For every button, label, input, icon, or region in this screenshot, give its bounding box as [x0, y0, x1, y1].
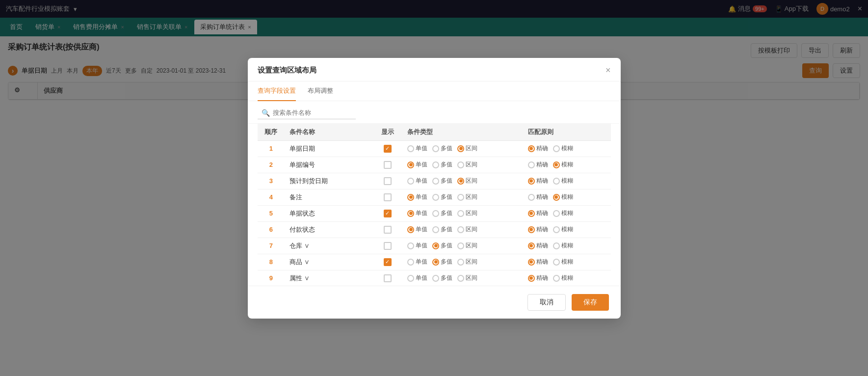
- row-display-cell: [372, 205, 402, 221]
- display-checkbox[interactable]: [384, 193, 392, 201]
- radio-label: 精确: [536, 177, 548, 185]
- type-radio-type_multi[interactable]: 多值: [432, 161, 452, 169]
- match-radio-match_fuzzy[interactable]: 模糊: [553, 242, 573, 250]
- table-row: 1单据日期单值多值区间精确模糊: [258, 140, 611, 157]
- type-radio-type_range[interactable]: 区间: [457, 274, 477, 282]
- display-checkbox[interactable]: [384, 274, 392, 282]
- type-radio-type_range[interactable]: 区间: [457, 177, 477, 185]
- match-radio-match_fuzzy[interactable]: 模糊: [553, 209, 573, 217]
- row-type-cell: 单值多值区间: [402, 221, 523, 238]
- radio-circle: [528, 242, 535, 249]
- type-radio-type_range[interactable]: 区间: [457, 209, 477, 217]
- type-radio-type_single[interactable]: 单值: [407, 242, 427, 250]
- display-checkbox[interactable]: [384, 258, 392, 266]
- type-radio-type_range[interactable]: 区间: [457, 225, 477, 234]
- dialog-close-button[interactable]: ×: [605, 66, 611, 75]
- settings-dialog: 设置查询区域布局 × 查询字段设置 布局调整 🔍 顺序: [248, 58, 621, 319]
- type-radio-type_multi[interactable]: 多值: [432, 242, 452, 250]
- type-radio-type_range[interactable]: 区间: [457, 144, 477, 153]
- type-radio-type_multi[interactable]: 多值: [432, 225, 452, 234]
- match-radio-match_fuzzy[interactable]: 模糊: [553, 177, 573, 185]
- type-radio-type_single[interactable]: 单值: [407, 193, 427, 201]
- type-radio-type_range[interactable]: 区间: [457, 242, 477, 250]
- radio-circle: [457, 259, 464, 266]
- display-checkbox[interactable]: [384, 242, 392, 250]
- dialog-tabs: 查询字段设置 布局调整: [248, 81, 621, 101]
- row-display-cell: [372, 140, 402, 157]
- row-name: 商品 ∨: [285, 254, 372, 270]
- match-radio-match_exact[interactable]: 精确: [528, 177, 548, 185]
- row-type-cell: 单值多值区间: [402, 205, 523, 221]
- radio-label: 模糊: [561, 209, 573, 217]
- table-row: 4备注单值多值区间精确模糊: [258, 189, 611, 205]
- type-radio-type_single[interactable]: 单值: [407, 209, 427, 217]
- display-checkbox[interactable]: [384, 177, 392, 185]
- display-checkbox[interactable]: [384, 145, 392, 153]
- radio-circle: [407, 275, 414, 282]
- row-order: 8: [258, 254, 285, 270]
- tab-query-fields[interactable]: 查询字段设置: [258, 81, 296, 101]
- match-radio-match_exact[interactable]: 精确: [528, 274, 548, 282]
- match-radio-match_exact[interactable]: 精确: [528, 258, 548, 266]
- row-name: 备注: [285, 189, 372, 205]
- tab-layout-adjust[interactable]: 布局调整: [308, 81, 333, 101]
- display-checkbox[interactable]: [384, 210, 392, 217]
- row-name: 单据状态: [285, 205, 372, 221]
- radio-circle: [432, 178, 439, 185]
- row-order: 7: [258, 238, 285, 254]
- match-radio-match_exact[interactable]: 精确: [528, 144, 548, 153]
- match-radio-match_exact[interactable]: 精确: [528, 209, 548, 217]
- radio-label: 区间: [466, 161, 477, 169]
- radio-circle: [553, 194, 560, 201]
- type-radio-type_range[interactable]: 区间: [457, 193, 477, 201]
- type-radio-type_single[interactable]: 单值: [407, 225, 427, 234]
- match-radio-match_exact[interactable]: 精确: [528, 161, 548, 169]
- radio-circle: [432, 242, 439, 249]
- display-checkbox[interactable]: [384, 161, 392, 169]
- type-radio-type_multi[interactable]: 多值: [432, 193, 452, 201]
- row-order: 5: [258, 205, 285, 221]
- radio-label: 多值: [441, 258, 452, 266]
- radio-circle: [432, 259, 439, 266]
- table-row: 3预计到货日期单值多值区间精确模糊: [258, 173, 611, 189]
- radio-label: 单值: [416, 209, 427, 217]
- match-radio-match_fuzzy[interactable]: 模糊: [553, 193, 573, 201]
- radio-label: 精确: [536, 209, 548, 217]
- match-radio-match_exact[interactable]: 精确: [528, 193, 548, 201]
- type-radio-type_multi[interactable]: 多值: [432, 177, 452, 185]
- row-display-cell: [372, 270, 402, 286]
- match-radio-match_fuzzy[interactable]: 模糊: [553, 225, 573, 234]
- radio-circle: [553, 145, 560, 152]
- match-radio-match_fuzzy[interactable]: 模糊: [553, 258, 573, 266]
- match-radio-match_fuzzy[interactable]: 模糊: [553, 161, 573, 169]
- radio-circle: [432, 226, 439, 233]
- radio-circle: [528, 259, 535, 266]
- save-button[interactable]: 保存: [572, 294, 609, 311]
- display-checkbox[interactable]: [384, 226, 392, 234]
- match-radio-match_exact[interactable]: 精确: [528, 225, 548, 234]
- match-radio-match_fuzzy[interactable]: 模糊: [553, 274, 573, 282]
- match-radio-match_fuzzy[interactable]: 模糊: [553, 144, 573, 153]
- type-radio-type_single[interactable]: 单值: [407, 161, 427, 169]
- match-radio-match_exact[interactable]: 精确: [528, 242, 548, 250]
- row-order: 4: [258, 189, 285, 205]
- type-radio-type_single[interactable]: 单值: [407, 274, 427, 282]
- table-header-row: 顺序 条件名称 显示 条件类型 匹配原则: [258, 124, 611, 141]
- radio-label: 单值: [416, 225, 427, 234]
- type-radio-type_range[interactable]: 区间: [457, 161, 477, 169]
- type-radio-type_single[interactable]: 单值: [407, 144, 427, 153]
- type-radio-type_range[interactable]: 区间: [457, 258, 477, 266]
- row-name: 仓库 ∨: [285, 238, 372, 254]
- type-radio-type_multi[interactable]: 多值: [432, 274, 452, 282]
- row-type-cell: 单值多值区间: [402, 238, 523, 254]
- cancel-button[interactable]: 取消: [527, 294, 566, 311]
- table-row: 5单据状态单值多值区间精确模糊: [258, 205, 611, 221]
- radio-label: 模糊: [561, 161, 573, 169]
- radio-circle: [528, 275, 535, 282]
- type-radio-type_multi[interactable]: 多值: [432, 144, 452, 153]
- type-radio-type_single[interactable]: 单值: [407, 258, 427, 266]
- type-radio-type_multi[interactable]: 多值: [432, 258, 452, 266]
- search-input[interactable]: [273, 109, 351, 116]
- type-radio-type_multi[interactable]: 多值: [432, 209, 452, 217]
- type-radio-type_single[interactable]: 单值: [407, 177, 427, 185]
